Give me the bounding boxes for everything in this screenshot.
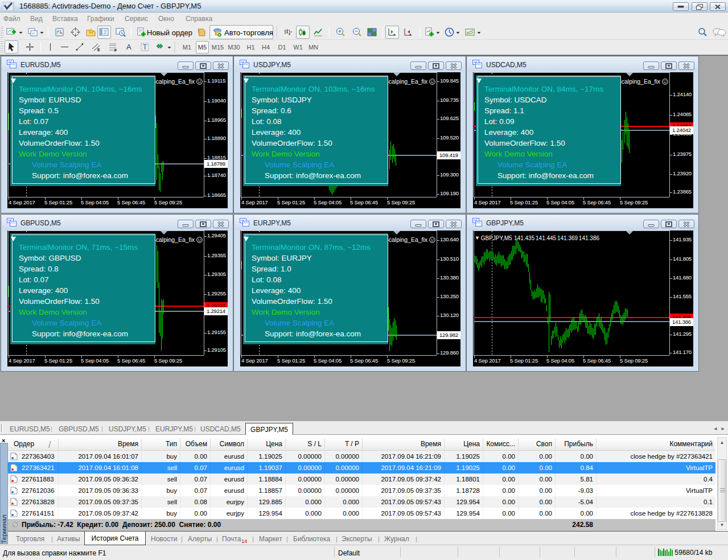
svg-text:E: E: [97, 48, 100, 52]
svg-text:F: F: [114, 48, 117, 52]
svg-text:A: A: [126, 43, 131, 51]
svg-text:T: T: [143, 43, 147, 51]
